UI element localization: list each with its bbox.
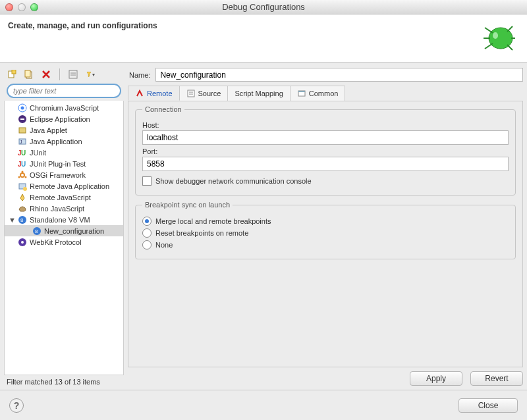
duplicate-icon[interactable] (24, 69, 34, 80)
rhino-icon (18, 204, 27, 213)
svg-text:U: U (21, 149, 26, 157)
tab-panel-remote: Connection Host: Port: Show debugger net… (128, 101, 523, 367)
titlebar: Debug Configurations (0, 0, 527, 14)
port-label: Port: (142, 147, 509, 155)
help-icon[interactable]: ? (9, 398, 24, 413)
close-button[interactable]: Close (458, 398, 518, 413)
tab-source[interactable]: Source (179, 86, 229, 101)
v8-icon: 8 (32, 226, 42, 236)
tab-remote[interactable]: Remote (128, 86, 180, 101)
svg-line-4 (485, 43, 493, 49)
show-console-checkbox[interactable] (142, 176, 152, 186)
filter-box (7, 84, 121, 98)
tab-label: Common (309, 90, 339, 97)
tab-common[interactable]: Common (290, 86, 346, 101)
radio-merge[interactable] (142, 217, 152, 226)
tree-item[interactable]: OSGi Framework (5, 169, 123, 180)
apply-button[interactable]: Apply (410, 371, 462, 386)
svg-point-26 (20, 173, 24, 177)
bug-icon (477, 18, 519, 54)
applet-icon (18, 126, 27, 135)
dialog-header: Create, manage, and run configurations (0, 14, 527, 63)
svg-point-28 (18, 176, 20, 178)
svg-line-2 (485, 28, 493, 33)
v8-icon: 8 (18, 215, 27, 224)
tree-item-label: WebKit Protocol (30, 238, 82, 246)
disclosure-icon[interactable]: ▼ (9, 216, 15, 224)
svg-point-31 (23, 187, 27, 191)
tab-label: Source (198, 90, 221, 97)
tree-item-label: Standalone V8 VM (30, 216, 90, 224)
tree-item-label: Remote JavaScript (30, 194, 91, 201)
tree-item[interactable]: JUJUnit (5, 147, 123, 158)
tree-item[interactable]: JJava Application (5, 136, 123, 147)
tree-status: Filter matched 13 of 13 items (4, 375, 124, 386)
tree-item-label: Rhino JavaScript (30, 205, 84, 213)
svg-rect-12 (69, 70, 77, 78)
dialog-window: Debug Configurations Create, manage, and… (0, 0, 527, 420)
svg-point-16 (21, 106, 24, 109)
tab-label: Remote (147, 90, 173, 97)
tree-item-label: JUnit (30, 149, 46, 157)
tree-item[interactable]: 8New_configuration (5, 225, 123, 236)
remote-java-icon (18, 182, 27, 191)
window-title: Debug Configurations (0, 2, 527, 12)
tree-item[interactable]: Eclipse Application (5, 113, 123, 124)
radio-none[interactable] (142, 240, 152, 249)
tree-item[interactable]: Remote Java Application (5, 180, 123, 192)
host-input[interactable] (142, 130, 509, 145)
new-config-icon[interactable] (7, 69, 17, 80)
filter-icon[interactable]: ▾ (85, 69, 96, 80)
revert-button[interactable]: Revert (470, 371, 523, 386)
source-tab-icon (186, 89, 196, 98)
panel-buttons: Apply Revert (128, 367, 523, 386)
svg-text:U: U (21, 161, 26, 168)
eclipse-icon (18, 115, 27, 124)
tree-item[interactable]: Rhino JavaScript (5, 203, 123, 214)
tree-item[interactable]: Chromium JavaScript (5, 102, 123, 113)
name-input[interactable] (155, 68, 523, 82)
tree-item[interactable]: Remote JavaScript (5, 192, 123, 203)
tree-item[interactable]: JUJUnit Plug-in Test (5, 158, 123, 169)
dialog-body: ▾ Chromium JavaScriptEclipse Application… (0, 63, 527, 390)
tree-item-label: JUnit Plug-in Test (30, 160, 86, 168)
tree-item-label: New_configuration (44, 227, 104, 235)
java-icon: J (18, 137, 27, 146)
right-panel: Name: RemoteSourceScript MappingCommon C… (128, 66, 523, 386)
tab-script-mapping[interactable]: Script Mapping (227, 86, 290, 101)
svg-point-37 (21, 241, 24, 244)
svg-text:8: 8 (20, 217, 24, 223)
connection-legend: Connection (142, 105, 184, 113)
svg-point-1 (493, 32, 498, 39)
host-label: Host: (142, 121, 509, 129)
tree-item-label: OSGi Framework (30, 171, 86, 179)
svg-rect-42 (298, 91, 305, 92)
tree-item-label: Remote Java Application (30, 182, 109, 190)
tree-item[interactable]: ▼8Standalone V8 VM (5, 214, 123, 225)
radio-reset[interactable] (142, 228, 152, 238)
tree-item-label: Java Application (30, 138, 82, 145)
dialog-footer: ? Close (0, 390, 527, 420)
delete-icon[interactable] (41, 69, 51, 80)
junit-icon: JU (18, 148, 27, 157)
svg-line-7 (507, 45, 513, 50)
svg-text:8: 8 (35, 228, 38, 234)
svg-rect-38 (188, 90, 194, 97)
osgi-icon (18, 171, 27, 180)
port-input[interactable] (142, 157, 509, 171)
name-row: Name: (128, 66, 523, 86)
config-tree[interactable]: Chromium JavaScriptEclipse ApplicationJa… (4, 101, 124, 375)
tree-item[interactable]: Java Applet (5, 124, 123, 136)
junit-plugin-icon: JU (18, 159, 27, 169)
webkit-icon (18, 238, 27, 247)
chrome-icon (18, 103, 27, 113)
collapse-icon[interactable] (68, 69, 78, 80)
connection-fieldset: Connection Host: Port: Show debugger net… (135, 105, 516, 196)
tree-item-label: Java Applet (30, 126, 67, 134)
filter-input[interactable] (7, 84, 121, 98)
dialog-headline: Create, manage, and run configurations (8, 21, 519, 30)
svg-rect-19 (19, 128, 26, 133)
tree-item[interactable]: WebKit Protocol (5, 236, 123, 248)
breakpoint-fieldset: Breakpoint sync on launch Merge local an… (135, 201, 516, 259)
tree-toolbar: ▾ (4, 66, 124, 82)
